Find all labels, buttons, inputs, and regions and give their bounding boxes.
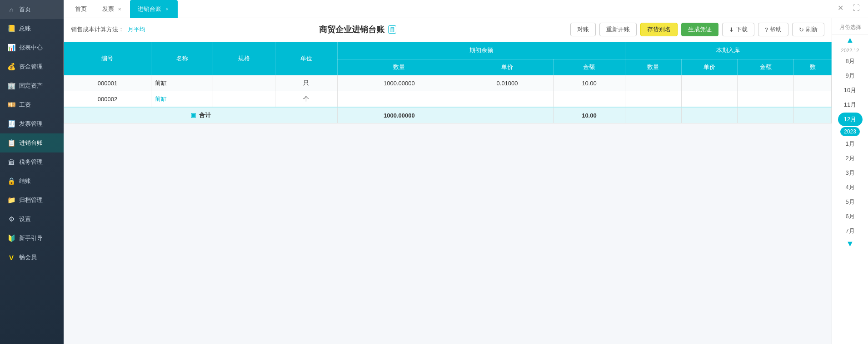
help-icon: ?	[765, 26, 768, 33]
sidebar-item-label: 进销台账	[19, 139, 43, 147]
scroll-up-button[interactable]: ▲	[832, 34, 868, 46]
sidebar-item-label: 首页	[19, 5, 31, 14]
year-2022-label: 2022.12	[841, 46, 859, 54]
col-group-ruku: 本期入库	[625, 42, 831, 59]
reports-icon: 📊	[7, 44, 15, 52]
col-name: 名称	[151, 42, 213, 75]
sidebar-item-vip[interactable]: V 畅会员	[0, 248, 64, 267]
tab-home[interactable]: 首页	[67, 0, 95, 18]
table-row: 000001 前缸 只 1000.00000 0.01000 10.00	[64, 75, 832, 91]
cell-ruku-extra	[794, 75, 832, 91]
month-item-11[interactable]: 11月	[838, 98, 863, 112]
month-item-7[interactable]: 7月	[838, 224, 863, 238]
cell-name: 前缸	[151, 75, 213, 91]
cell-qichu-amount	[554, 91, 625, 108]
cell-ruku-price	[681, 75, 738, 91]
sidebar-item-label: 设置	[19, 215, 31, 223]
info-icon[interactable]: 目	[388, 25, 396, 34]
toolbar-center: 商贸企业进销台账 目	[319, 24, 396, 35]
page-title: 商贸企业进销台账	[319, 24, 384, 35]
reconcile-button[interactable]: 对账	[570, 23, 596, 36]
maximize-button[interactable]: ⛶	[850, 3, 863, 13]
month-item-6[interactable]: 6月	[838, 210, 863, 223]
generate-button[interactable]: 生成凭证	[681, 23, 718, 36]
month-item-1[interactable]: 1月	[838, 137, 863, 151]
tab-bar: 首页 发票 × 进销台账 ×	[64, 0, 868, 18]
sidebar-item-purchase-sales[interactable]: 📋 进销台账	[0, 133, 64, 152]
help-label: 帮助	[770, 25, 782, 34]
sidebar-item-label: 资金管理	[19, 63, 43, 71]
month-item-4[interactable]: 4月	[838, 181, 863, 194]
col-ruku-qty: 数量	[625, 59, 681, 75]
funds-icon: 💰	[7, 63, 15, 71]
month-item-9[interactable]: 9月	[838, 69, 863, 83]
month-item-8[interactable]: 8月	[838, 54, 863, 68]
sidebar-item-ledger[interactable]: 📒 总账	[0, 19, 64, 38]
reopen-button[interactable]: 重新开账	[599, 23, 637, 36]
cell-ruku-qty	[625, 91, 681, 108]
name-link[interactable]: 前缸	[155, 95, 167, 102]
table-row: 000002 前缸 个	[64, 91, 832, 108]
refresh-label: 刷新	[806, 25, 818, 34]
total-qichu-amount: 10.00	[554, 107, 625, 123]
tab-invoice-close[interactable]: ×	[117, 6, 122, 12]
sidebar-item-payroll[interactable]: 💴 工资	[0, 95, 64, 114]
sidebar-item-guide[interactable]: 🔰 新手引导	[0, 229, 64, 248]
sidebar-item-invoice-mgmt[interactable]: 🧾 发票管理	[0, 114, 64, 133]
cell-unit: 只	[275, 75, 338, 91]
total-icon: ▣	[190, 112, 196, 118]
cost-method-label: 销售成本计算方法：	[71, 25, 124, 34]
total-ruku-amount	[738, 107, 794, 123]
settings-icon: ⚙	[7, 215, 15, 223]
cell-ruku-extra	[794, 91, 832, 108]
tab-purchase-sales-label: 进销台账	[138, 5, 161, 13]
month-item-10[interactable]: 10月	[838, 84, 863, 97]
sidebar-item-tax[interactable]: 🏛 税务管理	[0, 152, 64, 172]
vip-icon: V	[7, 254, 15, 261]
refresh-icon: ↻	[799, 26, 804, 33]
sidebar-item-label: 固定资产	[19, 82, 43, 90]
tax-icon: 🏛	[7, 158, 15, 166]
cell-qichu-price	[461, 91, 553, 108]
content-area: 销售成本计算方法： 月平均 商贸企业进销台账 目 对账 重新开账 存货别名 生成…	[64, 18, 868, 344]
sidebar-item-label: 归档管理	[19, 196, 43, 204]
close-button[interactable]: ✕	[835, 3, 846, 13]
tab-purchase-sales-close[interactable]: ×	[164, 6, 170, 12]
sidebar-item-home[interactable]: ⌂ 首页	[0, 0, 64, 19]
month-item-12[interactable]: 12月	[838, 113, 863, 126]
sidebar-item-assets[interactable]: 🏢 固定资产	[0, 76, 64, 95]
cell-ruku-price	[681, 91, 738, 108]
tab-invoice-label: 发票	[102, 5, 114, 13]
refresh-button[interactable]: ↻ 刷新	[792, 23, 824, 36]
sidebar-item-closing[interactable]: 🔒 结账	[0, 172, 64, 191]
sidebar-item-settings[interactable]: ⚙ 设置	[0, 210, 64, 229]
scroll-down-button[interactable]: ▼	[832, 238, 868, 250]
total-label: ▣ 合计	[64, 107, 338, 123]
cell-number: 000002	[64, 91, 151, 108]
cell-qichu-qty	[337, 91, 461, 108]
assets-icon: 🏢	[7, 82, 15, 90]
cell-ruku-amount	[738, 75, 794, 91]
download-button[interactable]: ⬇ 下载	[722, 23, 754, 36]
help-button[interactable]: ? 帮助	[758, 23, 788, 36]
save-alias-button[interactable]: 存货别名	[640, 23, 678, 36]
tab-invoice[interactable]: 发票 ×	[95, 0, 130, 18]
main-panel: 销售成本计算方法： 月平均 商贸企业进销台账 目 对账 重新开账 存货别名 生成…	[64, 18, 832, 344]
col-number: 编号	[64, 42, 151, 75]
sidebar-item-label: 结账	[19, 177, 31, 185]
tab-purchase-sales[interactable]: 进销台账 ×	[130, 0, 177, 18]
cell-ruku-amount	[738, 91, 794, 108]
month-panel: 月份选择 ▲ 2022.12 8月 9月 10月 11月 12月 2023 1月…	[832, 18, 868, 344]
month-item-3[interactable]: 3月	[838, 166, 863, 180]
month-item-2[interactable]: 2月	[838, 152, 863, 165]
sidebar-item-label: 发票管理	[19, 120, 43, 128]
cell-spec	[213, 91, 275, 108]
month-item-5[interactable]: 5月	[838, 195, 863, 209]
sidebar-item-reports[interactable]: 📊 报表中心	[0, 38, 64, 57]
toolbar-left: 销售成本计算方法： 月平均	[71, 25, 145, 34]
sidebar-item-label: 工资	[19, 101, 31, 109]
sidebar-item-archive[interactable]: 📁 归档管理	[0, 191, 64, 210]
cell-qichu-qty: 1000.00000	[337, 75, 461, 91]
col-group-qichu: 期初余额	[337, 42, 625, 59]
sidebar-item-funds[interactable]: 💰 资金管理	[0, 57, 64, 76]
